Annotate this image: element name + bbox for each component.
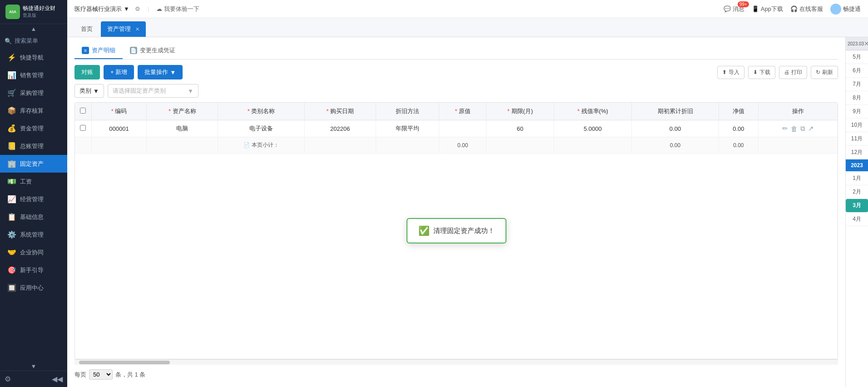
calendar-month-10[interactable]: 10月 <box>846 119 868 132</box>
calendar-month-12[interactable]: 12月 <box>846 146 868 159</box>
more-icon[interactable]: ↗ <box>808 124 814 133</box>
download-icon: 📱 <box>752 5 759 12</box>
calendar-month-1[interactable]: 1月 <box>846 172 868 185</box>
calendar-year-2023[interactable]: 2023 <box>846 159 868 172</box>
close-panel-icon[interactable]: ✕ <box>864 40 868 47</box>
sidebar-item-operations[interactable]: 📈 经营管理 <box>0 190 67 208</box>
per-page-select[interactable]: 50 100 200 <box>89 369 113 380</box>
calendar-month-3[interactable]: 3月 <box>846 199 868 213</box>
sidebar-scroll-up[interactable]: ▲ <box>0 24 67 33</box>
service-icon: 🎧 <box>790 5 798 12</box>
sidebar-item-sales[interactable]: 📊 销售管理 <box>0 66 67 84</box>
import-button[interactable]: ⬆ 导入 <box>717 66 744 79</box>
sidebar-nav: ⚡ 快捷导航 📊 销售管理 🛒 采购管理 📦 库存核算 💰 资金管理 📒 总账管… <box>0 49 67 362</box>
quick-nav-icon: ⚡ <box>7 53 16 62</box>
category-select[interactable]: 类别 ▼ <box>74 84 104 98</box>
sidebar-scroll-down[interactable]: ▼ <box>0 362 67 371</box>
sidebar-item-quick-nav[interactable]: ⚡ 快捷导航 <box>0 49 67 66</box>
success-message: 清理固定资产成功！ <box>433 227 495 235</box>
tab-home[interactable]: 首页 <box>74 21 99 37</box>
print-icon: 🖨 <box>784 69 789 75</box>
sidebar-item-app-center[interactable]: 🔲 应用中心 <box>0 279 67 297</box>
sidebar-item-payroll[interactable]: 💵 工资 <box>0 173 67 190</box>
sidebar: AtA 畅捷通好业财 普及版 ▲ 🔍 搜索菜单 ⚡ 快捷导航 📊 销售管理 🛒 … <box>0 0 67 387</box>
sub-tab-asset-detail[interactable]: ≡ 资产明细 <box>74 43 123 59</box>
user-menu[interactable]: 畅捷通 <box>830 4 861 15</box>
refresh-label: 刷新 <box>822 69 833 76</box>
sidebar-item-cooperation[interactable]: 🤝 企业协同 <box>0 243 67 261</box>
calendar-month-7[interactable]: 7月 <box>846 78 868 91</box>
sidebar-item-label: 企业协同 <box>20 248 44 257</box>
new-button[interactable]: + 新增 <box>104 65 134 79</box>
experience-btn[interactable]: ☁ 我要体验一下 <box>156 5 199 13</box>
sidebar-item-fixed-assets[interactable]: 🏢 固定资产 <box>0 155 67 173</box>
sub-tab-asset-detail-label: 资产明细 <box>92 46 115 55</box>
sidebar-item-label: 应用中心 <box>20 284 44 292</box>
select-all-checkbox[interactable] <box>80 108 86 114</box>
batch-button[interactable]: 批量操作 ▼ <box>138 65 183 79</box>
search-icon: 🔍 <box>5 38 12 45</box>
tab-close-icon[interactable]: ✕ <box>135 26 139 32</box>
reconcile-button[interactable]: 对账 <box>74 65 100 79</box>
subtotal-net-value: 0.00 <box>719 137 758 154</box>
calendar-month-8[interactable]: 8月 <box>846 91 868 105</box>
sidebar-item-purchase[interactable]: 🛒 采购管理 <box>0 84 67 102</box>
collapse-icon[interactable]: ◀◀ <box>52 375 63 383</box>
sidebar-item-label: 库存核算 <box>20 107 44 115</box>
header-net-value: 净值 <box>719 103 758 120</box>
copy-icon[interactable]: ⧉ <box>800 124 805 133</box>
sidebar-item-label: 基础信息 <box>20 213 44 221</box>
refresh-icon: ↻ <box>816 69 820 75</box>
sidebar-item-basic-info[interactable]: 📋 基础信息 <box>0 208 67 226</box>
header-category: * 类别名称 <box>218 103 305 120</box>
tab-asset-mgmt[interactable]: 资产管理 ✕ <box>101 21 146 37</box>
row-checkbox[interactable] <box>80 125 86 131</box>
cloud-icon: ☁ <box>156 5 162 12</box>
sidebar-item-system[interactable]: ⚙️ 系统管理 <box>0 226 67 243</box>
calendar-month-2[interactable]: 2月 <box>846 185 868 199</box>
logo-icon: AtA <box>5 5 20 19</box>
refresh-button[interactable]: ↻ 刷新 <box>811 66 838 79</box>
calendar-month-4[interactable]: 4月 <box>846 213 868 226</box>
sidebar-search[interactable]: 🔍 搜索菜单 <box>0 33 67 49</box>
sidebar-item-ledger[interactable]: 📒 总账管理 <box>0 137 67 155</box>
asset-detail-icon: ≡ <box>82 47 89 54</box>
company-name: 医疗器械行业演示 <box>74 5 122 13</box>
online-service-btn[interactable]: 🎧 在线客服 <box>790 5 823 13</box>
app-download-btn[interactable]: 📱 App下载 <box>752 5 783 13</box>
settings-gear-icon[interactable]: ⚙ <box>135 5 140 12</box>
sidebar-search-label: 搜索菜单 <box>15 37 38 45</box>
calendar-month-5[interactable]: 5月 <box>846 50 868 64</box>
app-download-label: App下载 <box>761 5 783 13</box>
calendar-month-6[interactable]: 6月 <box>846 64 868 78</box>
sidebar-item-label: 工资 <box>20 178 32 186</box>
edit-icon[interactable]: ✏ <box>782 124 788 133</box>
sidebar-item-guide[interactable]: 🎯 新手引导 <box>0 261 67 279</box>
payroll-icon: 💵 <box>7 177 16 186</box>
calendar-year-label: 2023.03 <box>848 41 864 46</box>
settings-icon[interactable]: ⚙ <box>5 375 11 383</box>
category-input[interactable]: 请选择固定资产类别 ▼ <box>108 84 198 98</box>
table-header-row: * 编码 * 资产名称 * 类别名称 * 购买日期 折旧方法 * 原值 * 期限… <box>75 103 838 120</box>
row-depreciation-method: 年限平均 <box>376 120 439 137</box>
delete-icon[interactable]: 🗑 <box>791 125 798 133</box>
header-purchase-date: * 购买日期 <box>304 103 376 120</box>
download-button[interactable]: ⬇ 下载 <box>748 66 775 79</box>
topbar: 医疗器械行业演示 ▼ ⚙ | ☁ 我要体验一下 💬 消息 99+ 📱 App下载… <box>67 0 868 18</box>
scroll-bar-thumb[interactable] <box>79 361 170 364</box>
messages-btn[interactable]: 💬 消息 99+ <box>724 5 744 13</box>
sidebar-logo: AtA 畅捷通好业财 普及版 <box>0 0 67 24</box>
experience-label: 我要体验一下 <box>164 5 199 13</box>
sub-tab-change-voucher[interactable]: 📄 变更生成凭证 <box>123 43 183 59</box>
new-label: + 新增 <box>110 68 127 76</box>
cooperation-icon: 🤝 <box>7 248 16 257</box>
page-content: ≡ 资产明细 📄 变更生成凭证 对账 + 新增 批量操作 ▼ <box>67 37 868 387</box>
calendar-month-9[interactable]: 9月 <box>846 105 868 119</box>
horizontal-scroll[interactable] <box>74 359 838 365</box>
sidebar-item-inventory[interactable]: 📦 库存核算 <box>0 102 67 119</box>
toolbar: 对账 + 新增 批量操作 ▼ ⬆ 导入 ⬇ 下载 <box>74 65 838 79</box>
print-button[interactable]: 🖨 打印 <box>779 66 807 79</box>
sidebar-item-finance[interactable]: 💰 资金管理 <box>0 119 67 137</box>
calendar-month-11[interactable]: 11月 <box>846 132 868 146</box>
company-selector[interactable]: 医疗器械行业演示 ▼ <box>74 5 129 13</box>
